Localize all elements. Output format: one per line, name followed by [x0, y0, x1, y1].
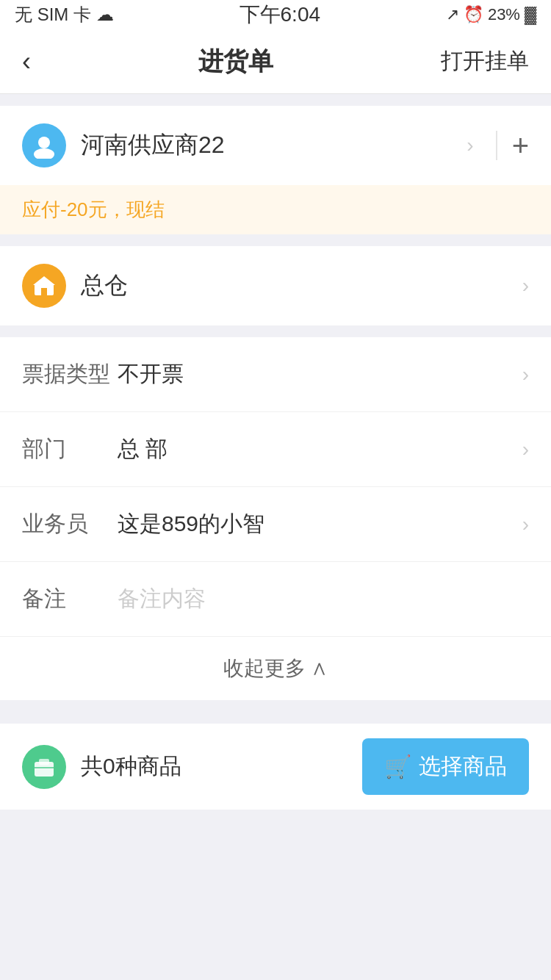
svg-rect-4: [41, 288, 47, 295]
add-supplier-button[interactable]: +: [512, 129, 529, 162]
separator-2: [0, 234, 551, 246]
department-value: 总 部: [118, 434, 522, 464]
notice-bar: 应付-20元，现结: [0, 185, 551, 234]
back-button[interactable]: ‹: [22, 46, 31, 77]
warehouse-name: 总仓: [81, 270, 522, 302]
supplier-divider: [496, 131, 497, 160]
salesperson-row[interactable]: 业务员 这是859的小智 ›: [0, 486, 551, 561]
empty-area: [0, 810, 551, 980]
department-row[interactable]: 部门 总 部 ›: [0, 411, 551, 486]
invoice-type-label: 票据类型: [22, 359, 118, 389]
supplier-chevron-icon: ›: [467, 134, 473, 157]
remark-label: 备注: [22, 584, 118, 614]
invoice-type-row[interactable]: 票据类型 不开票 ›: [0, 337, 551, 411]
salesperson-chevron-icon: ›: [522, 513, 529, 536]
supplier-name: 河南供应商22: [81, 129, 467, 162]
alarm-icon: ⏰: [464, 5, 483, 24]
warehouse-icon: [22, 264, 66, 308]
separator-4: [0, 700, 551, 712]
invoice-type-value: 不开票: [118, 359, 522, 389]
remark-input[interactable]: 备注内容: [118, 584, 529, 614]
collapse-bar[interactable]: 收起更多 ∧: [0, 636, 551, 700]
salesperson-label: 业务员: [22, 509, 118, 539]
department-chevron-icon: ›: [522, 438, 529, 461]
svg-point-1: [34, 148, 54, 159]
svg-point-0: [38, 137, 50, 148]
product-count: 共0种商品: [81, 752, 362, 782]
svg-marker-3: [33, 276, 55, 285]
svg-rect-6: [39, 759, 49, 765]
form-group: 票据类型 不开票 › 部门 总 部 › 业务员 这是859的小智 › 备注 备注…: [0, 337, 551, 700]
product-icon: [22, 745, 66, 789]
department-label: 部门: [22, 434, 118, 464]
invoice-type-chevron-icon: ›: [522, 363, 529, 386]
status-left: 无 SIM 卡 ☁: [15, 3, 114, 26]
separator-3: [0, 325, 551, 337]
warehouse-chevron-icon: ›: [522, 274, 529, 298]
separator-1: [0, 94, 551, 106]
nav-bar: ‹ 进货单 打开挂单: [0, 29, 551, 94]
salesperson-value: 这是859的小智: [118, 509, 522, 539]
remark-row[interactable]: 备注 备注内容: [0, 561, 551, 636]
status-time: 下午6:04: [240, 1, 321, 29]
status-bar: 无 SIM 卡 ☁ 下午6:04 ↗ ⏰ 23% ▓: [0, 0, 551, 29]
select-product-button[interactable]: 🛒 选择商品: [362, 738, 529, 795]
battery-icon: ▓: [525, 5, 536, 24]
product-bar: 共0种商品 🛒 选择商品: [0, 724, 551, 810]
status-right: ↗ ⏰ 23% ▓: [446, 5, 536, 24]
supplier-section: 河南供应商22 › + 应付-20元，现结: [0, 106, 551, 234]
select-product-icon: 🛒: [384, 754, 411, 779]
open-pending-button[interactable]: 打开挂单: [441, 46, 529, 76]
location-icon: ↗: [446, 5, 459, 24]
page-title: 进货单: [198, 45, 273, 79]
select-product-label: 选择商品: [419, 752, 507, 782]
supplier-row[interactable]: 河南供应商22 › +: [0, 106, 551, 185]
supplier-avatar: [22, 123, 66, 167]
warehouse-row[interactable]: 总仓 ›: [0, 246, 551, 325]
battery-level: 23%: [488, 5, 520, 24]
sim-signal: 无 SIM 卡 ☁: [15, 3, 114, 26]
